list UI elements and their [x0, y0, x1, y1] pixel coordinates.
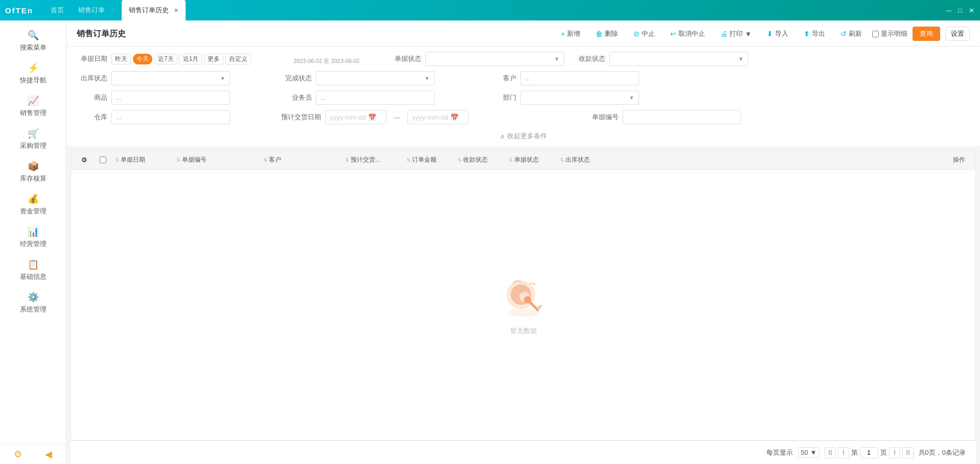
- date-btn-yesterday[interactable]: 昨天: [111, 54, 131, 64]
- date-quick-btns: 昨天 今天 近7天 近1月 更多 自定义: [111, 54, 251, 64]
- page-header: 销售订单历史 + 新增 🗑 删除 ⊘ 中止 ↩: [66, 20, 980, 47]
- goods-label: 商品: [77, 93, 107, 102]
- date-btn-7days[interactable]: 近7天: [154, 54, 177, 64]
- filter-area: 单据日期 昨天 今天 近7天 近1月 更多 自定义 2023-06-02 至 2…: [66, 47, 980, 146]
- sidebar-item-basic-info[interactable]: 📋 基础信息: [0, 254, 66, 286]
- page-last-btn[interactable]: ⟩⟩: [902, 447, 914, 458]
- pagination-nav: ⟨⟨ ⟨ 第 页 ⟩ ⟩⟩: [825, 447, 914, 458]
- operations-icon: 📊: [28, 226, 39, 237]
- window-controls: ─ □ ✕: [945, 7, 975, 14]
- receipt-status-select[interactable]: ▼: [609, 52, 748, 66]
- tab-sales-history-close[interactable]: ✕: [174, 7, 178, 14]
- sort-warehouse-icon: ⇅: [560, 158, 564, 163]
- stop-icon: ⊘: [633, 30, 640, 38]
- page-next-btn[interactable]: ⟩: [889, 447, 900, 458]
- import-button[interactable]: ⬇ 导入: [762, 27, 793, 40]
- delete-button[interactable]: 🗑 删除: [590, 27, 623, 40]
- delivery-start-input[interactable]: yyyy-mm-dd 📅: [325, 110, 386, 124]
- add-label: 新增: [567, 29, 580, 38]
- display-toggle[interactable]: 显示明细: [872, 29, 907, 38]
- display-toggle-label: 显示明细: [881, 29, 907, 38]
- sidebar-item-operations[interactable]: 📊 经营管理: [0, 221, 66, 254]
- tab-home[interactable]: 首页: [43, 0, 71, 20]
- col-status-label: 单据状态: [514, 156, 539, 164]
- page-prev-btn[interactable]: ⟨: [838, 447, 849, 458]
- print-button[interactable]: 🖨 打印 ▼: [715, 27, 757, 40]
- tab-home-label: 首页: [51, 6, 64, 15]
- delivery-end-input[interactable]: yyyy-mm-dd 📅: [407, 110, 469, 124]
- add-button[interactable]: + 新增: [556, 27, 585, 40]
- window-minimize[interactable]: ─: [945, 7, 952, 14]
- sidebar-item-sales[interactable]: 📈 销售管理: [0, 90, 66, 123]
- date-value: 昨天 今天 近7天 近1月 更多 自定义: [111, 54, 291, 64]
- receipt-status-arrow: ▼: [738, 56, 744, 62]
- goods-input[interactable]: ...: [111, 91, 230, 105]
- app-logo: OfTEn: [5, 6, 33, 15]
- sidebar-settings-icon[interactable]: ⚙: [14, 449, 22, 460]
- export-icon: ⬆: [804, 30, 810, 38]
- filter-customer: 客户 ...: [486, 71, 639, 85]
- sidebar-collapse-icon[interactable]: ◀: [45, 449, 52, 460]
- date-btn-1month[interactable]: 近1月: [179, 54, 202, 64]
- docno-input[interactable]: [623, 110, 741, 124]
- customer-input[interactable]: ...: [520, 71, 639, 85]
- display-toggle-checkbox[interactable]: [872, 31, 879, 37]
- col-docno: ⇅ 单据编号: [173, 156, 260, 164]
- col-delivery: ⇅ 预计交货...: [342, 156, 403, 164]
- date-btn-custom[interactable]: 自定义: [225, 54, 251, 64]
- sidebar-item-quicknav[interactable]: ⚡ 快捷导航: [0, 57, 66, 90]
- tab-sales-order-close[interactable]: ✕: [110, 7, 115, 14]
- query-button[interactable]: 查询: [913, 27, 940, 41]
- date-btn-today[interactable]: 今天: [133, 54, 152, 64]
- department-arrow: ▼: [629, 95, 634, 101]
- window-maximize[interactable]: □: [956, 7, 964, 14]
- window-close[interactable]: ✕: [968, 7, 975, 14]
- settings-button[interactable]: 设置: [945, 27, 970, 41]
- tab-sales-history[interactable]: 销售订单历史 ✕: [122, 0, 186, 20]
- delete-label: 删除: [605, 29, 618, 38]
- sort-status-icon: ⇅: [509, 158, 513, 163]
- department-select[interactable]: ▼: [520, 91, 639, 105]
- col-warehouse-label: 出库状态: [565, 156, 590, 164]
- refresh-button[interactable]: ↺ 刷新: [835, 27, 867, 40]
- filter-date: 单据日期 昨天 今天 近7天 近1月 更多 自定义: [77, 54, 291, 64]
- quicknav-icon: ⚡: [28, 62, 39, 74]
- page-input[interactable]: [860, 447, 878, 458]
- salesman-input[interactable]: ...: [316, 91, 435, 105]
- date-btn-more[interactable]: 更多: [204, 54, 223, 64]
- refresh-label: 刷新: [849, 29, 862, 38]
- order-status-label: 单据状态: [391, 54, 421, 63]
- tab-sales-order[interactable]: 销售订单 ✕: [71, 0, 122, 20]
- col-check[interactable]: [94, 157, 112, 163]
- stop-button[interactable]: ⊘ 中止: [628, 27, 660, 40]
- complete-status-label: 完成状态: [281, 74, 312, 83]
- collapse-row[interactable]: ∧ 收起更多条件: [77, 129, 970, 141]
- export-button[interactable]: ⬆ 导出: [799, 27, 830, 40]
- sidebar-item-purchase[interactable]: 🛒 采购管理: [0, 123, 66, 156]
- page-label: 页: [880, 448, 887, 457]
- sort-docno-icon: ⇅: [176, 158, 180, 163]
- col-customer-label: 客户: [269, 156, 281, 164]
- select-all-checkbox[interactable]: [100, 157, 106, 163]
- sidebar-item-search[interactable]: 🔍 搜索菜单: [0, 25, 66, 57]
- sort-receipt-icon: ⇅: [458, 158, 462, 163]
- tab-bar: OfTEn 首页 销售订单 ✕ 销售订单历史 ✕: [5, 0, 940, 20]
- sales-icon: 📈: [28, 95, 39, 106]
- filter-warehouse: 仓库 ...: [77, 110, 230, 124]
- order-status-select[interactable]: ▼: [425, 52, 564, 66]
- delivery-end-placeholder: yyyy-mm-dd: [412, 114, 448, 121]
- warehouse-status-select[interactable]: ▼: [111, 71, 230, 85]
- sidebar-item-system[interactable]: ⚙️ 系统管理: [0, 286, 66, 319]
- tab-sales-history-label: 销售订单历史: [129, 6, 169, 15]
- warehouse-input[interactable]: ...: [111, 110, 230, 124]
- col-settings[interactable]: ⚙: [75, 156, 94, 164]
- cancel-stop-button[interactable]: ↩ 取消中止: [665, 27, 710, 40]
- filter-row-2: 出库状态 ▼ 完成状态 ▼ 客户 ...: [77, 71, 970, 85]
- complete-status-arrow: ▼: [424, 75, 430, 81]
- sidebar-item-finance[interactable]: 💰 资金管理: [0, 188, 66, 221]
- complete-status-select[interactable]: ▼: [316, 71, 435, 85]
- sidebar-item-inventory[interactable]: 📦 库存核算: [0, 156, 66, 188]
- empty-illustration: [498, 274, 549, 320]
- page-first-btn[interactable]: ⟨⟨: [825, 447, 836, 458]
- page-size-select[interactable]: 50 ▼: [798, 447, 819, 458]
